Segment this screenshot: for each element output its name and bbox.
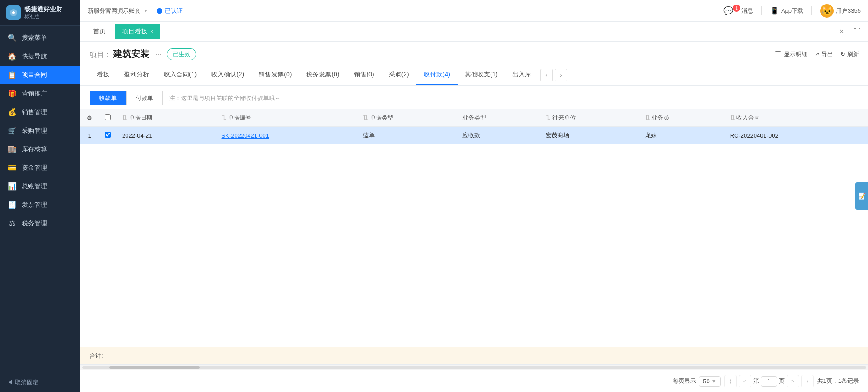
page-label: 第	[753, 377, 759, 385]
subnav-other[interactable]: 其他收支(1)	[458, 65, 505, 85]
scroll-track[interactable]	[82, 366, 866, 369]
chevron-down-icon: ▼	[712, 378, 717, 384]
row-biz-type: 应收款	[457, 127, 540, 144]
show-detail-checkbox[interactable]: 显示明细	[775, 50, 807, 58]
select-all-checkbox[interactable]	[105, 114, 111, 120]
sidebar-item-inventory[interactable]: 🏬 库存核算	[0, 140, 80, 158]
table-wrapper: ⚙ ⇅ 单据日期 ⇅ 单据编号 ⇅ 单据类型	[80, 109, 868, 347]
header-left: 新服务官网演示账套 ▼ 已认证	[88, 7, 183, 15]
divider	[761, 6, 762, 15]
row-checkbox[interactable]	[99, 127, 117, 144]
row-contract: RC-20220401-002	[725, 127, 868, 144]
project-icon: 📋	[7, 71, 17, 79]
total-row: 合计:	[80, 347, 868, 364]
sidebar-item-marketing[interactable]: 🎁 营销推广	[0, 84, 80, 103]
table-row[interactable]: 1 2022-04-21 SK-20220421-001 蓝单 应收款 宏茂商场…	[80, 127, 868, 144]
sort-icon: ⇅	[122, 114, 129, 121]
subnav-income-confirm[interactable]: 收入确认(2)	[204, 65, 251, 85]
app-download-button[interactable]: 📱 App下载	[770, 6, 803, 15]
tab-project-board[interactable]: 项目看板 ×	[115, 24, 160, 39]
col-type: ⇅ 单据类型	[358, 109, 457, 127]
tab-home[interactable]: 首页	[86, 24, 113, 39]
col-number: ⇅ 单据编号	[216, 109, 358, 127]
col-checkbox-header[interactable]	[99, 109, 117, 127]
scale-icon: ⚖	[7, 219, 17, 228]
row-salesman: 龙妹	[640, 127, 725, 144]
export-label: 导出	[821, 50, 833, 58]
first-page-button[interactable]: ⟨	[724, 375, 737, 387]
close-icon: ×	[840, 28, 844, 36]
row-number[interactable]: SK-20220421-001	[216, 127, 358, 144]
subnav-payment[interactable]: 收付款(4)	[416, 65, 458, 85]
last-page-button[interactable]: ⟩	[801, 375, 814, 387]
sidebar-item-project[interactable]: 📋 项目合同	[0, 66, 80, 84]
export-button[interactable]: ↗ 导出	[815, 50, 833, 58]
app-download-label: App下载	[781, 7, 803, 15]
sidebar-item-finance[interactable]: 💳 资金管理	[0, 158, 80, 177]
more-options-icon[interactable]: ···	[156, 50, 161, 58]
sidebar-unpin[interactable]: ◀ 取消固定	[0, 373, 80, 392]
sidebar-item-sales[interactable]: 💰 销售管理	[0, 103, 80, 121]
row-select-checkbox[interactable]	[105, 132, 111, 138]
prev-page-button[interactable]: ＜	[739, 375, 751, 387]
subnav-profit[interactable]: 盈利分析	[117, 65, 156, 85]
document-link[interactable]: SK-20220421-001	[222, 132, 269, 139]
subnav-tax-invoice[interactable]: 税务发票(0)	[299, 65, 346, 85]
tab-bar: 首页 项目看板 × × ⛶	[80, 22, 868, 42]
sidebar-item-label: 项目合同	[22, 71, 47, 79]
page-unit-label: 页	[779, 377, 785, 385]
subnav-prev-arrow[interactable]: ‹	[540, 69, 553, 81]
refresh-button[interactable]: ↻ 刷新	[840, 50, 859, 58]
subnav-sales-label: 销售(0)	[354, 71, 374, 78]
subnav-inout[interactable]: 出入库	[505, 65, 538, 85]
scroll-thumb[interactable]	[109, 366, 200, 369]
sidebar-item-search[interactable]: 🔍 搜索菜单	[0, 29, 80, 47]
page-number-input[interactable]	[761, 376, 777, 387]
page-size-select-box[interactable]: 50 ▼	[699, 376, 720, 387]
content-area: 项目：建筑安装 ··· 已生效 显示明细 ↗ 导出 ↻ 刷新	[80, 42, 868, 392]
sort-icon: ⇅	[222, 114, 228, 121]
col-biz-type: 业务类型	[457, 109, 540, 127]
col-settings[interactable]: ⚙	[80, 109, 99, 127]
subnav-next-arrow[interactable]: ›	[555, 69, 567, 81]
settings-icon[interactable]: ⚙	[87, 115, 92, 121]
subnav-kanban[interactable]: 看板	[90, 65, 117, 85]
sidebar-item-invoice[interactable]: 🧾 发票管理	[0, 196, 80, 214]
subnav-sales[interactable]: 销售(0)	[347, 65, 382, 85]
show-detail-input[interactable]	[775, 51, 781, 57]
sidebar-item-purchase[interactable]: 🛒 采购管理	[0, 121, 80, 140]
subnav-income-contract[interactable]: 收入合同(1)	[156, 65, 204, 85]
account-selector[interactable]: 新服务官网演示账套 ▼	[88, 7, 148, 15]
payment-toggle-btn[interactable]: 付款单	[126, 91, 163, 105]
total-label: 合计:	[90, 352, 103, 360]
maximize-button[interactable]: ⛶	[852, 26, 863, 37]
data-table: ⚙ ⇅ 单据日期 ⇅ 单据编号 ⇅ 单据类型	[80, 109, 868, 144]
sidebar-item-ledger[interactable]: 📊 总账管理	[0, 177, 80, 196]
divider	[152, 7, 152, 15]
receipt-toggle-btn[interactable]: 收款单	[90, 91, 126, 105]
sidebar-item-quicknav[interactable]: 🏠 快捷导航	[0, 47, 80, 66]
message-button[interactable]: 💬 1 消息	[723, 6, 753, 16]
chart-icon: 📊	[7, 182, 17, 191]
subnav-profit-label: 盈利分析	[124, 71, 149, 78]
subnav-purchase[interactable]: 采购(2)	[382, 65, 416, 85]
close-button[interactable]: ×	[836, 26, 847, 37]
show-detail-label: 显示明细	[784, 50, 807, 58]
money-icon: 💰	[7, 108, 17, 116]
subnav-sales-invoice[interactable]: 销售发票(0)	[251, 65, 299, 85]
sidebar-item-label: 总账管理	[22, 182, 47, 191]
sidebar-item-label: 搜索菜单	[22, 34, 47, 42]
tab-close-icon[interactable]: ×	[150, 29, 153, 35]
user-profile-button[interactable]: 🐱 用户3355	[820, 4, 861, 18]
search-icon: 🔍	[7, 33, 17, 42]
subnav-inout-label: 出入库	[512, 71, 531, 78]
row-num: 1	[80, 127, 99, 144]
store-icon: 🏬	[7, 145, 17, 153]
subnav-kanban-label: 看板	[97, 71, 109, 78]
gift-icon: 🎁	[7, 89, 17, 98]
tab-project-label: 项目看板	[122, 28, 147, 36]
sidebar-item-tax[interactable]: ⚖ 税务管理	[0, 214, 80, 233]
export-icon: ↗	[815, 51, 820, 57]
right-panel-button[interactable]: 📝	[855, 182, 868, 210]
next-page-button[interactable]: ＞	[787, 375, 799, 387]
